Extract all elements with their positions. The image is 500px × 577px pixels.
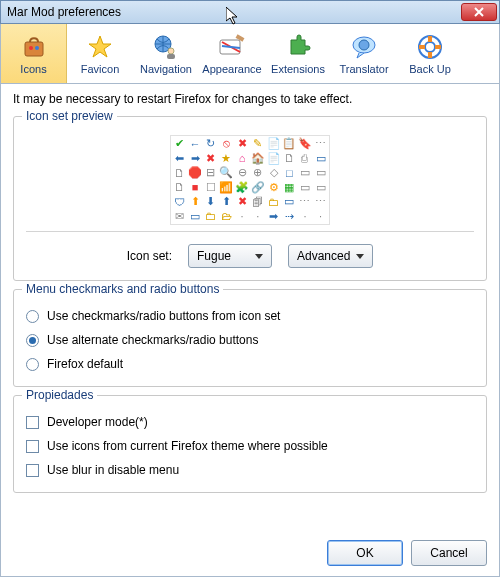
ok-label: OK [356,546,373,560]
radio-from-iconset[interactable]: Use checkmarks/radio buttons from icon s… [26,304,474,328]
close-button[interactable] [461,3,497,21]
puzzle-icon [284,33,312,61]
icon-preview-group: Icon set preview ✔←↻⦸✖✎📄📋🔖⋯ ⬅➡✖★⌂🏠📄🗋⎙▭ 🗋… [13,116,487,281]
cancel-button[interactable]: Cancel [411,540,487,566]
chevron-down-icon [356,254,364,259]
lifesaver-icon [416,33,444,61]
preview-legend: Icon set preview [22,109,117,123]
check-theme-icons[interactable]: Use icons from current Firefox theme whe… [26,434,474,458]
tabbar: Icons Favicon Navigation Appearance Exte… [0,24,500,84]
separator [26,231,474,232]
tab-label: Extensions [271,63,325,75]
checkbox-icon [26,440,39,453]
svg-point-2 [35,46,39,50]
globe-person-icon [152,33,180,61]
radio-label: Use checkmarks/radio buttons from icon s… [47,309,280,323]
radio-alternate[interactable]: Use alternate checkmarks/radio buttons [26,328,474,352]
properties-group: Propiedades Developer mode(*) Use icons … [13,395,487,493]
star-icon [86,33,114,61]
props-legend: Propiedades [22,388,97,402]
iconset-selected: Fugue [197,249,231,263]
tab-label: Icons [20,63,46,75]
check-developer-mode[interactable]: Developer mode(*) [26,410,474,434]
advanced-label: Advanced [297,249,350,263]
menu-checkmarks-group: Menu checkmarks and radio buttons Use ch… [13,289,487,387]
tab-label: Translator [339,63,388,75]
svg-point-1 [29,46,33,50]
window-title: Mar Mod preferences [7,5,461,19]
restart-note: It may be necessary to restart Firefox f… [13,92,487,106]
check-blur-disable[interactable]: Use blur in disable menu [26,458,474,482]
checkbox-icon [26,464,39,477]
tab-icons[interactable]: Icons [1,24,67,83]
tab-extensions[interactable]: Extensions [265,24,331,83]
check-label: Use blur in disable menu [47,463,179,477]
iconset-combo[interactable]: Fugue [188,244,272,268]
tab-label: Favicon [81,63,120,75]
footer: OK Cancel [13,534,487,566]
icon-preview-grid: ✔←↻⦸✖✎📄📋🔖⋯ ⬅➡✖★⌂🏠📄🗋⎙▭ 🗋🛑⊟🔍⊖⊕◇□▭▭ 🗋■☐📶🧩🔗⚙… [170,135,330,225]
titlebar: Mar Mod preferences [0,0,500,24]
cancel-label: Cancel [430,546,467,560]
tab-label: Back Up [409,63,451,75]
svg-point-9 [359,40,369,50]
radio-icon [26,358,39,371]
svg-rect-0 [25,42,43,56]
tab-favicon[interactable]: Favicon [67,24,133,83]
speech-globe-icon [350,33,378,61]
radio-label: Firefox default [47,357,123,371]
tab-backup[interactable]: Back Up [397,24,463,83]
ok-button[interactable]: OK [327,540,403,566]
tab-appearance[interactable]: Appearance [199,24,265,83]
palette-icon [218,33,246,61]
checkbox-icon [26,416,39,429]
tab-label: Navigation [140,63,192,75]
iconset-row: Icon set: Fugue Advanced [26,238,474,270]
advanced-button[interactable]: Advanced [288,244,373,268]
bag-icon [20,33,48,61]
radio-icon [26,334,39,347]
close-icon [474,7,484,17]
svg-rect-5 [167,54,175,59]
tab-translator[interactable]: Translator [331,24,397,83]
radio-firefox-default[interactable]: Firefox default [26,352,474,376]
content: It may be necessary to restart Firefox f… [0,84,500,577]
tab-label: Appearance [202,63,261,75]
check-label: Developer mode(*) [47,415,148,429]
svg-point-4 [168,48,174,54]
menu-legend: Menu checkmarks and radio buttons [22,282,223,296]
radio-label: Use alternate checkmarks/radio buttons [47,333,258,347]
tab-navigation[interactable]: Navigation [133,24,199,83]
radio-icon [26,310,39,323]
check-label: Use icons from current Firefox theme whe… [47,439,328,453]
chevron-down-icon [255,254,263,259]
iconset-label: Icon set: [127,249,172,263]
svg-point-11 [425,42,435,52]
